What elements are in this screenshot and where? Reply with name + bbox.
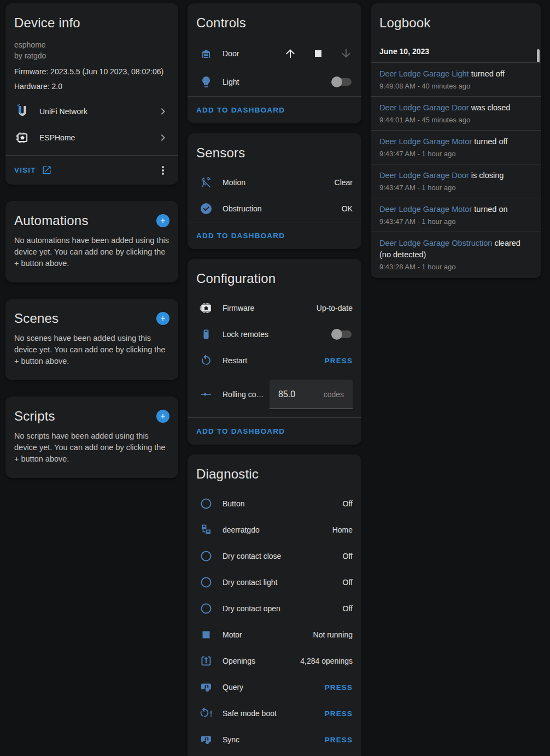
add-scene-button[interactable]	[156, 312, 169, 325]
device-hardware: Hardware: 2.0	[5, 82, 178, 91]
restart-icon	[200, 354, 213, 367]
control-row-light[interactable]: Light	[188, 68, 361, 96]
diagnostic-row-sync[interactable]: Sync PRESS	[188, 727, 361, 753]
control-light-label: Light	[223, 78, 333, 86]
add-to-dashboard-button[interactable]: ADD TO DASHBOARD	[196, 427, 285, 435]
diagnostic-label: Openings	[223, 657, 300, 665]
logbook-scrollbar[interactable]	[537, 49, 540, 62]
logbook-timestamp: 9:49:08 AM - 40 minutes ago	[379, 82, 530, 90]
diagnostic-label: Dry contact close	[223, 552, 343, 560]
diagnostic-row-deerratgdo[interactable]: deerratgdo Home	[188, 517, 361, 543]
diagnostic-state: 4,284 openings	[300, 657, 353, 665]
logbook-entry: Deer Lodge Garage Motor turned on 9:43:4…	[371, 198, 541, 232]
logbook-entity-link[interactable]: Deer Lodge Garage Motor	[379, 205, 472, 214]
diagnostic-row-dry-contact-close[interactable]: Dry contact close Off	[188, 543, 361, 569]
scenes-empty-text: No scenes have been added using this dev…	[5, 333, 178, 380]
control-row-door[interactable]: Door	[188, 39, 361, 68]
device-info-footer: VISIT	[5, 155, 178, 185]
diagnostic-row-openings[interactable]: Openings 4,284 openings	[188, 648, 361, 674]
logbook-action: turned off	[474, 137, 507, 146]
sensor-row-obstruction[interactable]: Obstruction OK	[188, 196, 361, 222]
diagnostic-card: Diagnostic Button Off	[188, 454, 361, 756]
rolling-code-input[interactable]: 85.0 codes	[270, 380, 353, 409]
diagnostic-state: Off	[343, 604, 353, 613]
logbook-action: turned on	[474, 205, 507, 214]
add-automation-button[interactable]	[156, 214, 169, 227]
diagnostic-label: Safe mode boot	[223, 709, 325, 718]
config-row-firmware[interactable]: Firmware Up-to-date	[188, 295, 361, 321]
logbook-action: turned off	[471, 69, 505, 78]
logbook-entity-link[interactable]: Deer Lodge Garage Door	[379, 103, 469, 112]
motion-sensor-icon	[200, 176, 213, 189]
automations-empty-text: No automations have been added using thi…	[5, 235, 178, 282]
visit-button[interactable]: VISIT	[14, 165, 52, 175]
sensor-state: OK	[342, 204, 353, 213]
rolling-code-unit: codes	[324, 390, 344, 399]
device-model: by ratgdo	[5, 50, 178, 61]
control-door-label: Door	[223, 49, 284, 58]
integration-esphome[interactable]: ESPHome	[5, 125, 178, 151]
logbook-timestamp: 9:43:28 AM - 1 hour ago	[379, 263, 530, 271]
scenes-title: Scenes	[14, 311, 58, 326]
device-info-card: Device info esphome by ratgdo Firmware: …	[5, 3, 178, 185]
diagnostic-label: deerratgdo	[223, 525, 332, 534]
overflow-menu-button[interactable]	[156, 164, 169, 177]
cover-open-button[interactable]	[284, 47, 297, 60]
logbook-entity-link[interactable]: Deer Lodge Garage Light	[379, 69, 469, 78]
logbook-entity-link[interactable]: Deer Lodge Garage Motor	[379, 137, 472, 146]
logbook-timestamp: 9:43:47 AM - 1 hour ago	[379, 184, 530, 192]
safe-mode-boot-press-button[interactable]: PRESS	[325, 710, 353, 718]
circle-outline-icon	[200, 602, 213, 615]
unifi-logo-icon	[14, 103, 31, 120]
lock-remotes-toggle-switch[interactable]	[333, 330, 352, 338]
logbook-timestamp: 9:43:47 AM - 1 hour ago	[379, 150, 530, 158]
diagnostic-row-dry-contact-open[interactable]: Dry contact open Off	[188, 595, 361, 622]
integration-label: UniFi Network	[39, 107, 156, 116]
sensors-card: Sensors Motion Clear	[188, 133, 361, 249]
config-state: Up-to-date	[317, 304, 353, 312]
scripts-title: Scripts	[14, 409, 55, 424]
plus-icon	[159, 412, 167, 420]
cover-close-button[interactable]	[340, 47, 353, 60]
garage-door-icon	[200, 47, 213, 60]
firmware-chip-icon	[200, 302, 213, 315]
sensor-row-motion[interactable]: Motion Clear	[188, 169, 361, 196]
diagnostic-state: Off	[343, 578, 353, 587]
sensor-label: Obstruction	[223, 204, 342, 213]
diagnostic-row-dry-contact-light[interactable]: Dry contact light Off	[188, 569, 361, 595]
diagnostic-row-button[interactable]: Button Off	[188, 491, 361, 517]
diagnostic-label: Sync	[223, 735, 325, 744]
device-page: Device info esphome by ratgdo Firmware: …	[0, 0, 550, 756]
device-info-title: Device info	[5, 3, 178, 39]
integration-unifi-network[interactable]: UniFi Network	[5, 98, 178, 125]
diagnostic-row-query[interactable]: Query PRESS	[188, 674, 361, 700]
light-toggle-switch[interactable]	[333, 78, 352, 86]
logbook-entity-link[interactable]: Deer Lodge Garage Obstruction	[379, 239, 492, 247]
add-to-dashboard-button[interactable]: ADD TO DASHBOARD	[196, 232, 285, 240]
config-row-restart[interactable]: Restart PRESS	[188, 347, 361, 374]
circle-outline-icon	[200, 576, 213, 589]
controls-title: Controls	[188, 3, 361, 39]
logbook-card: Logbook June 10, 2023 Deer Lodge Garage …	[371, 3, 541, 278]
circle-outline-icon	[200, 550, 213, 563]
diagnostic-label: Dry contact open	[223, 604, 343, 613]
logbook-entry: Deer Lodge Garage Light turned off 9:49:…	[371, 62, 541, 96]
logbook-entry: Deer Lodge Garage Door was closed 9:44:0…	[371, 96, 541, 130]
gesture-tap-button-icon	[200, 681, 213, 694]
restart-press-button[interactable]: PRESS	[325, 357, 353, 365]
logbook-entity-link[interactable]: Deer Lodge Garage Door	[379, 171, 469, 180]
add-script-button[interactable]	[156, 410, 169, 423]
config-row-rolling-code[interactable]: Rolling co… 85.0 codes	[188, 377, 361, 412]
config-row-lock-remotes[interactable]: Lock remotes	[188, 321, 361, 347]
diagnostic-row-motor[interactable]: Motor Not running	[188, 622, 361, 648]
config-label: Firmware	[223, 304, 317, 312]
add-to-dashboard-button[interactable]: ADD TO DASHBOARD	[196, 106, 285, 114]
diagnostic-row-safe-mode-boot[interactable]: Safe mode boot PRESS	[188, 700, 361, 727]
diagnostic-title: Diagnostic	[188, 454, 361, 491]
query-press-button[interactable]: PRESS	[325, 683, 353, 692]
sync-press-button[interactable]: PRESS	[325, 736, 353, 744]
cover-stop-button[interactable]	[312, 47, 325, 60]
remote-icon	[200, 328, 213, 341]
network-icon	[200, 523, 213, 536]
rolling-code-value: 85.0	[278, 389, 295, 399]
